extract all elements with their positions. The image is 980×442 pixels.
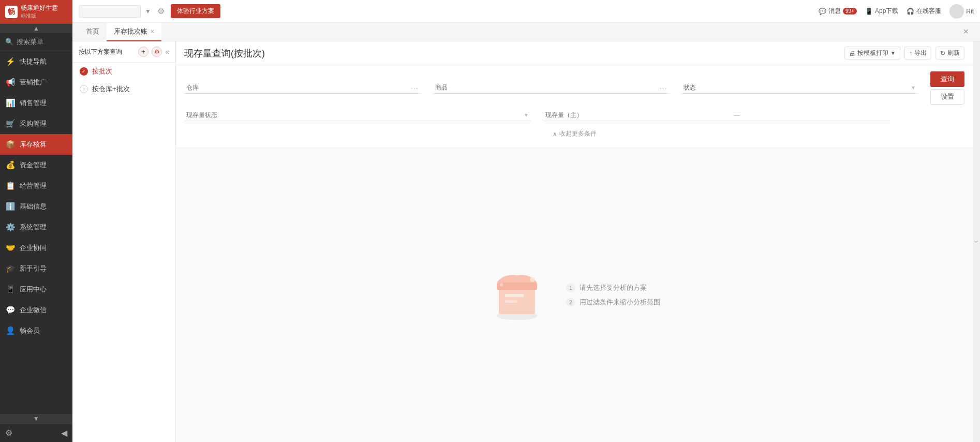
sidebar-bottom: ⚙ ◀	[0, 423, 72, 442]
app-download-item[interactable]: 📱 App下载	[865, 7, 898, 16]
topbar: ▼ ⚙ 体验行业方案 💬 消息 99+ 📱 App下载 🎧 在线客服 Rit	[72, 0, 980, 23]
sidebar-item-label: 快捷导航	[20, 57, 47, 66]
search-icon: 🔍	[5, 38, 13, 46]
refresh-btn[interactable]: ↻ 刷新	[936, 47, 964, 60]
svg-rect-3	[505, 294, 524, 297]
status-dropdown-icon[interactable]: ▼	[911, 85, 916, 91]
sidebar-item-label: 企业微信	[20, 305, 47, 315]
query-btn[interactable]: 查询	[930, 71, 964, 87]
sidebar-item-basic[interactable]: ℹ️ 基础信息	[0, 196, 72, 217]
sidebar-item-purchase[interactable]: 🛒 采购管理	[0, 113, 72, 134]
collapse-sidebar-icon[interactable]: ◀	[61, 428, 67, 438]
online-service-label: 在线客服	[916, 7, 941, 16]
sidebar-item-enterprise[interactable]: 🤝 企业协同	[0, 238, 72, 258]
scroll-down-arrow[interactable]: ▼	[0, 414, 72, 423]
tab-close-icon[interactable]: ×	[151, 28, 154, 35]
system-icon: ⚙️	[5, 222, 16, 232]
empty-hint-2: 2 用过滤条件来缩小分析范围	[566, 298, 660, 307]
chevron-up-icon: ∧	[553, 130, 557, 138]
quicknav-icon: ⚡	[5, 56, 16, 67]
tab-home[interactable]: 首页	[79, 23, 107, 41]
page-title: 现存量查询(按批次)	[184, 47, 265, 65]
sidebar-item-newbie[interactable]: 🎓 新手引导	[0, 258, 72, 279]
tab-inventory-batch[interactable]: 库存批次账 ×	[107, 23, 161, 41]
basic-icon: ℹ️	[5, 201, 16, 212]
inventory-status-field: 现存量状态 ▼	[184, 110, 531, 121]
empty-hint-1: 1 请先选择要分析的方案	[566, 283, 660, 292]
phone-icon: 📱	[865, 8, 873, 15]
product-input[interactable]	[451, 84, 660, 92]
sidebar-item-wechat[interactable]: 💬 企业微信	[0, 300, 72, 320]
hint-num-2: 2	[566, 298, 575, 307]
messages-item[interactable]: 💬 消息 99+	[819, 7, 857, 16]
topbar-search-input[interactable]	[79, 5, 141, 18]
sidebar-item-system[interactable]: ⚙️ 系统管理	[0, 217, 72, 238]
user-item[interactable]: Rit	[949, 4, 974, 19]
collapse-left-panel-btn[interactable]: «	[165, 48, 169, 56]
inventory-status-dropdown-icon[interactable]: ▼	[524, 112, 529, 118]
collapse-more-label: 收起更多条件	[559, 129, 597, 138]
product-label: 商品	[435, 83, 448, 92]
export-btn[interactable]: ↑ 导出	[904, 47, 931, 60]
inventory-quantity-dash: —	[734, 112, 740, 119]
industry-btn[interactable]: 体验行业方案	[171, 4, 220, 18]
settings-btn[interactable]: 设置	[930, 89, 964, 105]
empty-hints: 1 请先选择要分析的方案 2 用过滤条件来缩小分析范围	[566, 283, 660, 307]
scroll-up-arrow[interactable]: ▲	[0, 24, 72, 33]
action-btns: 查询 设置	[930, 71, 964, 105]
sidebar-item-label: 企业协同	[20, 243, 47, 253]
sidebar-item-label: 应用中心	[20, 285, 47, 294]
purchase-icon: 🛒	[5, 119, 16, 129]
warehouse-dots-icon[interactable]: ···	[411, 84, 419, 92]
sidebar-item-quicknav[interactable]: ⚡ 快捷导航	[0, 51, 72, 72]
right-side-panel[interactable]: ›	[973, 41, 980, 442]
print-icon: 🖨	[849, 50, 855, 57]
sidebar-item-appcenter[interactable]: 📱 应用中心	[0, 279, 72, 300]
online-service-item[interactable]: 🎧 在线客服	[907, 7, 941, 16]
hint-num-1: 1	[566, 283, 575, 292]
sidebar-item-finance[interactable]: 💰 资金管理	[0, 155, 72, 175]
sidebar-item-sales[interactable]: 📊 销售管理	[0, 93, 72, 113]
plan-item-warehouse-batch[interactable]: ○ 按仓库+批次	[72, 80, 175, 98]
close-panel-btn[interactable]: ×	[958, 26, 974, 37]
tab-home-label: 首页	[86, 27, 99, 36]
service-icon: 🎧	[907, 8, 914, 15]
hint-text-1: 请先选择要分析的方案	[580, 283, 647, 292]
svg-point-6	[500, 283, 503, 286]
refresh-label: 刷新	[947, 49, 960, 57]
product-dots-icon[interactable]: ···	[660, 84, 667, 92]
filter-row-1: 仓库 ··· 商品 ··· 状态 ▼	[184, 71, 964, 105]
app-download-label: App下载	[875, 7, 898, 16]
warehouse-input[interactable]	[202, 84, 411, 92]
sidebar-item-operation[interactable]: 📋 经营管理	[0, 175, 72, 196]
collapse-more-btn[interactable]: ∧ 收起更多条件	[184, 126, 964, 141]
print-btn[interactable]: 🖨 按模板打印 ▼	[844, 47, 900, 60]
app-logo: 畅	[5, 6, 18, 18]
user-avatar	[949, 4, 964, 19]
sidebar-item-marketing[interactable]: 📢 营销推广	[0, 72, 72, 93]
plan-item-batch[interactable]: ✓ 按批次	[72, 63, 175, 80]
topbar-gear-icon[interactable]: ⚙	[157, 6, 165, 16]
company-name: 畅康通好生意	[21, 4, 58, 12]
app-info: 畅康通好生意 标准版	[21, 4, 58, 20]
status-label: 状态	[684, 83, 696, 92]
left-panel: 按以下方案查询 + ⚙ « ✓ 按批次 ○ 按仓库+批次	[72, 41, 176, 442]
member-icon: 👤	[5, 326, 16, 336]
topbar-dropdown-icon[interactable]: ▼	[145, 8, 151, 15]
empty-illustration	[488, 264, 551, 326]
add-plan-btn[interactable]: +	[138, 47, 149, 57]
settings-gear-icon[interactable]: ⚙	[5, 428, 12, 438]
manage-plan-btn[interactable]: ⚙	[152, 47, 162, 57]
sidebar-item-member[interactable]: 👤 畅会员	[0, 320, 72, 341]
warehouse-field: 仓库 ···	[184, 82, 421, 94]
sales-icon: 📊	[5, 98, 16, 108]
app-version: 标准版	[21, 12, 58, 20]
messages-badge: 99+	[843, 8, 857, 14]
sidebar-item-label: 基础信息	[20, 202, 47, 211]
sidebar-item-search[interactable]: 🔍 搜索菜单	[0, 33, 72, 51]
enterprise-icon: 🤝	[5, 243, 16, 253]
svg-point-5	[530, 277, 535, 282]
operation-icon: 📋	[5, 181, 16, 191]
sidebar-item-inventory[interactable]: 📦 库存核算	[0, 134, 72, 155]
page-header-actions: 🖨 按模板打印 ▼ ↑ 导出 ↻ 刷新	[844, 47, 964, 65]
